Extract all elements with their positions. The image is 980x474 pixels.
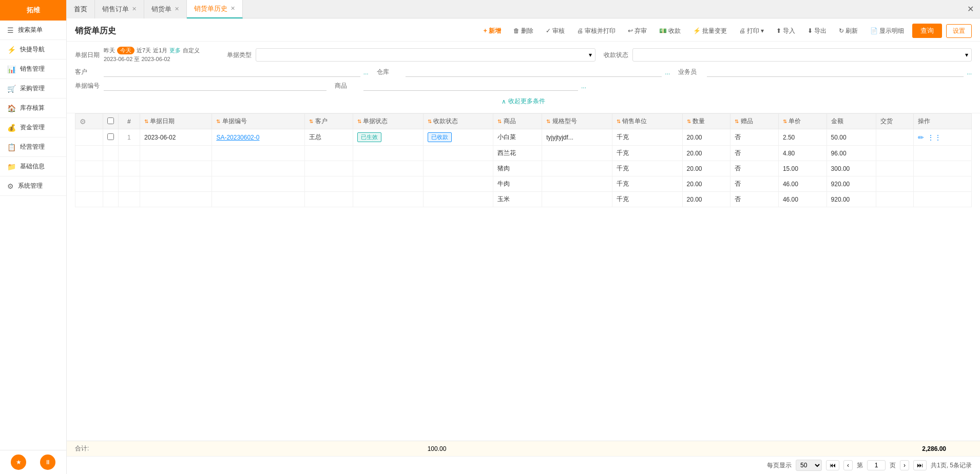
goods-input[interactable] [363, 81, 578, 91]
warehouse-label: 仓库 [377, 68, 402, 76]
sidebar-item-inventory[interactable]: 🏠 库存核算 [0, 98, 66, 118]
row-checkbox[interactable] [107, 133, 114, 140]
new-button[interactable]: + 新增 [479, 25, 505, 37]
col-unit[interactable]: ⇅ 销售单位 [612, 114, 682, 129]
tab-sales-history[interactable]: 销货单历史 ✕ [187, 0, 243, 18]
next-page-button[interactable]: › [900, 460, 909, 470]
last-page-button[interactable]: ⏭ [913, 460, 927, 470]
date-label: 单据日期 [75, 51, 101, 60]
warehouse-input[interactable] [406, 67, 662, 77]
print-button[interactable]: 🖨 打印 ▾ [735, 25, 768, 37]
date-today[interactable]: 今天 [117, 47, 134, 54]
cart-icon: 🛒 [7, 85, 16, 93]
col-customer[interactable]: ⇅ 客户 [305, 114, 353, 129]
collectstatus-cell: 已收款 [423, 129, 493, 146]
select-all-checkbox[interactable] [107, 117, 114, 124]
sidebar-item-purchase-mgmt[interactable]: 🛒 采购管理 [0, 79, 66, 98]
table-row: 猪肉 千克 20.00 否 15.00 300.00 [75, 161, 972, 176]
sidebar-item-search-menu[interactable]: ☰ 搜索菜单 [0, 21, 66, 40]
customer-cell: 王总 [305, 129, 353, 146]
page-size-select[interactable]: 50 100 200 [796, 460, 822, 471]
query-button[interactable]: 查询 [912, 24, 942, 38]
collapse-filter-button[interactable]: ∧ 收起更多条件 [75, 95, 972, 108]
print-icon: 🖨 [739, 27, 745, 34]
col-num: # [118, 114, 140, 129]
sidebar-item-ops[interactable]: 📋 经营管理 [0, 137, 66, 157]
col-qty[interactable]: ⇅ 数量 [682, 114, 731, 129]
export-button[interactable]: ⬇ 导出 [803, 25, 831, 37]
import-button[interactable]: ⬆ 导入 [772, 25, 799, 37]
approve-print-button[interactable]: 🖨 审核并打印 [573, 25, 620, 37]
setting-button[interactable]: 设置 [946, 24, 972, 38]
sidebar-item-label: 库存核算 [20, 104, 45, 112]
close-tab-sales-order[interactable]: ✕ [132, 6, 137, 12]
sidebar-item-sys-mgmt[interactable]: ⚙ 系统管理 [0, 176, 66, 196]
customer-input[interactable] [104, 67, 360, 77]
sidebar-bottom-btn-1[interactable]: ★ [11, 455, 26, 470]
abandon-button[interactable]: ↩ 弃审 [624, 25, 651, 37]
batch-change-button[interactable]: ⚡ 批量变更 [689, 25, 731, 37]
gift-cell: 否 [731, 161, 779, 176]
customer-cell [305, 161, 353, 176]
tab-sales-order[interactable]: 销售订单 ✕ [95, 0, 144, 18]
tab-sales-goods[interactable]: 销货单 ✕ [144, 0, 187, 18]
show-detail-button[interactable]: 📄 显示明细 [866, 25, 908, 37]
close-tab-sales-goods[interactable]: ✕ [175, 6, 179, 12]
col-goods[interactable]: ⇅ 商品 [493, 114, 542, 129]
salesperson-input[interactable] [707, 67, 964, 77]
edit-icon[interactable]: ✏ [918, 133, 924, 142]
date-1month[interactable]: 近1月 [153, 47, 167, 54]
salesperson-label: 业务员 [678, 68, 704, 76]
home-icon: 🏠 [7, 104, 16, 112]
close-tab-sales-history[interactable]: ✕ [230, 5, 235, 12]
sort-icon: ⇅ [309, 118, 313, 124]
collectstatus-cell [423, 192, 493, 207]
table-scroll[interactable]: ⚙ # ⇅ 单据日期 ⇅ 单据编号 ⇅ 客户 ⇅ 单据状态 ⇅ 收款状态 ⇅ 商… [75, 113, 972, 207]
more-action-icon[interactable]: ⋮⋮ [927, 133, 941, 142]
col-settings[interactable]: ⚙ [75, 114, 103, 129]
page-content: 销货单历史 + 新增 🗑 删除 ✓ 审核 🖨 审核并打印 ↩ 弃审 [67, 18, 980, 474]
check-cell [103, 176, 118, 192]
first-page-button[interactable]: ⏮ [826, 460, 839, 470]
date-custom[interactable]: 自定义 [183, 47, 200, 54]
date-more[interactable]: 更多 [169, 47, 181, 54]
goods-ellipsis[interactable]: ... [581, 83, 586, 90]
tab-home[interactable]: 首页 [67, 0, 95, 18]
collect-button[interactable]: 💵 收款 [655, 25, 685, 37]
page-title: 销货单历史 [75, 26, 116, 36]
col-gift[interactable]: ⇅ 赠品 [731, 114, 779, 129]
sidebar-bottom-btn-2[interactable]: ⏸ [40, 455, 55, 470]
collect-status-select[interactable]: ▾ [632, 48, 972, 62]
doc-type-select[interactable]: ▾ [256, 48, 595, 62]
action-cell [914, 161, 972, 176]
refresh-button[interactable]: ↻ 刷新 [835, 25, 862, 37]
salesperson-ellipsis[interactable]: ... [967, 69, 972, 76]
close-all-tabs[interactable]: ✕ [961, 4, 980, 14]
price-cell: 2.50 [778, 129, 827, 146]
delete-button[interactable]: 🗑 删除 [509, 25, 537, 37]
qty-cell: 20.00 [682, 176, 731, 192]
sidebar-item-quick-nav[interactable]: ⚡ 快捷导航 [0, 40, 66, 60]
col-docno[interactable]: ⇅ 单据编号 [212, 114, 305, 129]
sidebar-item-basic-info[interactable]: 📁 基础信息 [0, 157, 66, 176]
total-amount: 2,286.00 [922, 445, 946, 452]
main-area: 首页 销售订单 ✕ 销货单 ✕ 销货单历史 ✕ ✕ 销货单历史 + 新增 🗑 删… [67, 0, 980, 474]
sidebar-item-finance[interactable]: 💰 资金管理 [0, 118, 66, 137]
date-yesterday[interactable]: 昨天 [104, 47, 115, 54]
warehouse-ellipsis[interactable]: ... [665, 69, 670, 76]
prev-page-button[interactable]: ‹ [843, 460, 853, 470]
col-collectstatus[interactable]: ⇅ 收款状态 [423, 114, 493, 129]
abandon-icon: ↩ [628, 27, 633, 34]
page-number-input[interactable] [867, 460, 886, 470]
col-docstatus[interactable]: ⇅ 单据状态 [353, 114, 424, 129]
doc-no-input[interactable] [104, 81, 326, 91]
sidebar-item-sales-mgmt[interactable]: 📊 销售管理 [0, 60, 66, 79]
doc-no-link[interactable]: SA-20230602-0 [216, 134, 259, 141]
col-date[interactable]: ⇅ 单据日期 [140, 114, 212, 129]
date-7days[interactable]: 近7天 [137, 47, 151, 54]
col-spec[interactable]: ⇅ 规格型号 [542, 114, 612, 129]
customer-ellipsis[interactable]: ... [363, 69, 369, 76]
settings-cell [75, 146, 103, 161]
col-price[interactable]: ⇅ 单价 [778, 114, 827, 129]
approve-button[interactable]: ✓ 审核 [542, 25, 569, 37]
